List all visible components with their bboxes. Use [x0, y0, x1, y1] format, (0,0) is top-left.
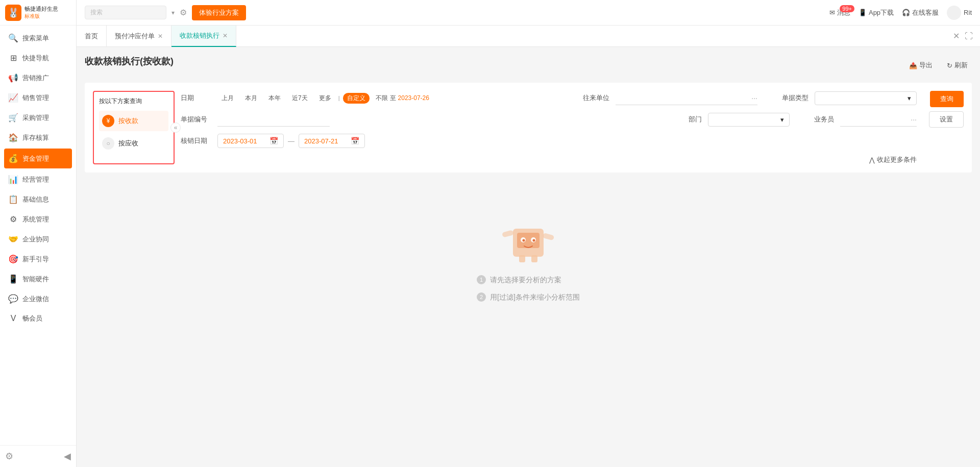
tab-receipt-label: 收款核销执行 [180, 31, 219, 40]
sidebar-item-wechat[interactable]: 💬 企业微信 [0, 289, 76, 309]
date-last-month[interactable]: 上月 [217, 92, 238, 104]
sidebar-item-guide[interactable]: 🎯 新手引导 [0, 249, 76, 269]
sidebar-item-shortcut[interactable]: ⊞ 快捷导航 [0, 48, 76, 68]
sidebar-item-marketing[interactable]: 📢 营销推广 [0, 68, 76, 88]
filter-row-2: 单据编号 部门 ▾ 业务员 ··· [181, 112, 917, 127]
dept-chevron: ▾ [780, 116, 784, 124]
finance-nav-icon: 💰 [8, 154, 18, 163]
empty-state: 1 请先选择要分析的方案 2 用[过滤]条件来缩小分析范围 [85, 173, 972, 345]
tabs-right-controls: ✕ ⛶ [951, 26, 980, 47]
collapse-sidebar-icon[interactable]: ◀ [64, 451, 71, 462]
sidebar-item-search[interactable]: 🔍 搜索菜单 [0, 28, 76, 48]
tab-receipt[interactable]: 收款核销执行 ✕ [172, 26, 236, 47]
user-avatar[interactable]: Rit [947, 6, 972, 20]
cal-end-icon: 📅 [351, 137, 359, 145]
doc-type-select[interactable]: ▾ [815, 91, 917, 105]
date-label: 日期 [181, 93, 211, 103]
header-gear-icon[interactable]: ⚙ [180, 8, 187, 17]
sidebar-item-member[interactable]: V 畅会员 [0, 309, 76, 328]
svg-rect-8 [502, 230, 514, 237]
sidebar-item-purchase[interactable]: 🛒 采购管理 [0, 108, 76, 128]
sidebar: 🐰 畅捷通好生意 标准版 🔍 搜索菜单 ⊞ 快捷导航 📢 营销推广 📈 销售管理… [0, 0, 77, 467]
collapse-chevron-icon: ⋀ [869, 156, 875, 164]
export-button[interactable]: 📤 导出 [905, 59, 937, 72]
search-placeholder-text: 搜索 [90, 8, 103, 17]
date-to-text: 至 [390, 94, 396, 103]
logo-icon: 🐰 [5, 5, 21, 21]
sidebar-item-inventory[interactable]: 🏠 库存核算 [0, 128, 76, 148]
online-service-item[interactable]: 🎧 在线客服 [902, 8, 939, 17]
message-item[interactable]: ✉ 消息 99+ [829, 8, 850, 17]
svg-rect-7 [531, 255, 537, 262]
filter-row-3: 核销日期 2023-03-01 📅 — 2023-07-21 📅 [181, 134, 917, 148]
settings-button[interactable]: 设置 [929, 111, 964, 128]
date-no-limit-text: 不限 [376, 94, 388, 103]
header-chevron-icon[interactable]: ▾ [172, 9, 175, 16]
date-more[interactable]: 更多 [315, 92, 335, 104]
partner-dots-icon[interactable]: ··· [751, 94, 757, 102]
sidebar-item-finance[interactable]: 💰 资金管理 [4, 149, 72, 168]
date-range-dash: — [288, 137, 295, 145]
date-this-month[interactable]: 本月 [241, 92, 261, 104]
export-icon: 📤 [909, 62, 917, 69]
app-download-item[interactable]: 📱 App下载 [859, 8, 894, 17]
empty-hint-1-text: 请先选择要分析的方案 [490, 273, 561, 287]
purchase-nav-icon: 🛒 [8, 113, 18, 122]
expand-tab-icon[interactable]: ⛶ [963, 30, 975, 43]
member-nav-icon: V [8, 314, 18, 323]
filter-option-receipt[interactable]: ¥ 按收款 [99, 111, 168, 131]
main-content: 搜索 ▾ ⚙ 体验行业方案 ✉ 消息 99+ 📱 App下载 🎧 在线客服 Ri… [77, 0, 980, 467]
sidebar-item-enterprise[interactable]: 🤝 企业协同 [0, 229, 76, 249]
avatar-image [947, 6, 961, 20]
sidebar-item-hardware[interactable]: 📱 智能硬件 [0, 269, 76, 289]
date-custom[interactable]: 自定义 [343, 93, 370, 104]
salesperson-input[interactable]: ··· [840, 112, 917, 127]
header-search-box[interactable]: 搜索 [85, 6, 166, 19]
tab-receipt-close[interactable]: ✕ [223, 32, 228, 39]
home-nav-icon: ⊞ [8, 53, 18, 63]
logo-text: 畅捷通好生意 [24, 5, 58, 13]
sidebar-item-system[interactable]: ⚙ 系统管理 [0, 209, 76, 229]
close-tab-icon[interactable]: ✕ [951, 29, 962, 43]
svg-rect-6 [519, 255, 525, 262]
filter-left-panel: 按以下方案查询 ¥ 按收款 ○ 按应收 « [93, 91, 175, 164]
logo-sub: 标准版 [24, 13, 58, 20]
empty-hint-1: 1 请先选择要分析的方案 [477, 273, 580, 287]
filter-panel-collapse[interactable]: « [170, 122, 181, 133]
solution-button[interactable]: 体验行业方案 [192, 5, 246, 20]
svg-point-5 [533, 239, 535, 242]
refresh-button[interactable]: ↻ 刷新 [943, 59, 972, 72]
doc-type-chevron: ▾ [908, 94, 911, 102]
writeoff-date-start-input[interactable]: 2023-03-01 📅 [217, 134, 284, 148]
sidebar-item-sales[interactable]: 📈 销售管理 [0, 88, 76, 108]
svg-rect-1 [517, 233, 540, 248]
filter-container: 按以下方案查询 ¥ 按收款 ○ 按应收 « 日期 上月 [85, 83, 972, 173]
tab-home[interactable]: 首页 [77, 26, 107, 47]
dept-select[interactable]: ▾ [708, 113, 790, 127]
filter-option-receivable[interactable]: ○ 按应收 [99, 133, 168, 154]
date-this-year[interactable]: 本年 [264, 92, 285, 104]
salesperson-dots-icon[interactable]: ··· [911, 115, 917, 124]
tabs-bar: 首页 预付冲应付单 ✕ 收款核销执行 ✕ ✕ ⛶ [77, 26, 980, 47]
doc-type-label: 单据类型 [782, 93, 808, 103]
page-title: 收款核销执行(按收款) [85, 55, 174, 67]
sidebar-item-operations[interactable]: 📊 经营管理 [0, 169, 76, 189]
basic-nav-icon: 📋 [8, 194, 18, 204]
partner-input[interactable]: ··· [616, 91, 757, 105]
writeoff-date-end-input[interactable]: 2023-07-21 📅 [299, 134, 365, 148]
receipt-option-icon: ¥ [102, 115, 114, 127]
sidebar-bottom: ⚙ ◀ [0, 445, 76, 467]
tab-prepay-close[interactable]: ✕ [158, 33, 163, 40]
date-7days[interactable]: 近7天 [288, 92, 312, 104]
online-service-label: 在线客服 [912, 8, 939, 17]
date-to-value: 2023-07-26 [398, 94, 429, 102]
doc-number-input[interactable] [217, 112, 330, 127]
settings-bottom-icon[interactable]: ⚙ [5, 451, 13, 462]
collapse-more-btn[interactable]: ⋀ 收起更多条件 [181, 155, 917, 164]
header-right: ✉ 消息 99+ 📱 App下载 🎧 在线客服 Rit [829, 6, 972, 20]
query-button[interactable]: 查询 [930, 91, 964, 107]
sidebar-item-basic[interactable]: 📋 基础信息 [0, 189, 76, 209]
inventory-nav-icon: 🏠 [8, 133, 18, 142]
tab-prepay[interactable]: 预付冲应付单 ✕ [107, 26, 172, 47]
wechat-nav-icon: 💬 [8, 294, 18, 304]
